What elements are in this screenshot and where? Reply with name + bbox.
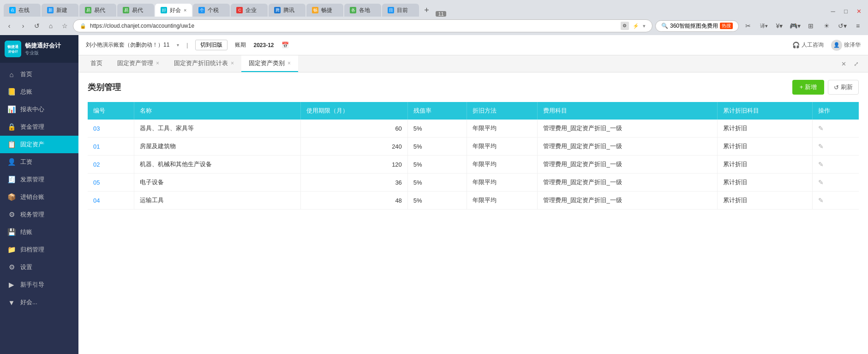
browser-tab-6[interactable]: 个 个税 [193,4,230,17]
table-header-row: 编号 名称 使用期限（月） 残值率 折旧方法 费用科目 累计折旧科目 操作 [88,102,859,120]
boost-icon[interactable]: ⚡ [633,23,639,29]
scissors-icon[interactable]: ✂ [742,19,754,32]
row1-edit-button[interactable]: ✎ [818,125,824,132]
sidebar-item-archive[interactable]: 📁 归档管理 [0,241,78,258]
tab-panel-close[interactable]: ✕ [838,60,849,68]
tab-11-label: 目前 [397,6,408,14]
browser-tab-1[interactable]: 在 在线 [4,4,41,17]
browser-tab-10[interactable]: 各 各地 [344,4,381,17]
sidebar-item-general[interactable]: 📒 总账 [0,83,78,101]
new-tab-button[interactable]: + [420,4,433,17]
row3-edit-button[interactable]: ✎ [818,161,824,168]
tab-1-label: 在线 [18,6,30,14]
grid-icon[interactable]: ⊞ [804,19,817,32]
sidebar-item-tax[interactable]: ⚙ 税务管理 [0,206,78,223]
row3-code[interactable]: 02 [88,156,134,174]
tax-icon: ⚙ [7,210,16,219]
settings-icon: ⚙ [7,263,16,271]
user-profile-button[interactable]: 👤 徐泽华 [831,40,861,51]
row4-rate: 5% [407,174,467,192]
tab-fixed-mgmt[interactable]: 固定资产管理 × [110,55,167,72]
translate-icon[interactable]: 译▾ [757,19,770,32]
row5-code[interactable]: 04 [88,192,134,210]
row1-rate: 5% [407,120,467,138]
undo-icon[interactable]: ↺▾ [836,19,849,32]
calendar-icon[interactable]: 📅 [281,42,289,48]
back-button[interactable]: ‹ [4,20,15,31]
table-row: 03 器具、工具、家具等 60 5% 年限平均 管理费用_固定资产折旧_一级 累… [88,120,859,138]
sidebar-item-fund[interactable]: 🔒 资金管理 [0,118,78,136]
sidebar-item-fixed[interactable]: 📋 固定资产 [0,136,78,153]
row5-edit-button[interactable]: ✎ [818,197,824,204]
tab-fixed-mgmt-close[interactable]: × [156,60,159,66]
bookmark-button[interactable]: ☆ [59,20,70,31]
browser-tab-11[interactable]: 目 目前 [382,4,419,17]
maximize-button[interactable]: □ [840,6,851,17]
row4-edit-button[interactable]: ✎ [818,179,824,186]
tab-fixed-cat-label: 固定资产类别 [249,59,285,67]
sidebar-item-settings[interactable]: ⚙ 设置 [0,258,78,276]
browser-tab-5[interactable]: 好 好会 × [155,4,192,17]
user-dropdown-icon[interactable]: ▾ [177,42,179,48]
app-container: 畅捷通 好会计 畅捷通好会计 专业版 ⌂ 首页 📒 总账 📊 报表中心 [0,35,868,354]
search-bar[interactable]: 🔍 360智能抠图免费用 热搜 [655,20,739,32]
tab-fixed-cat[interactable]: 固定资产类别 × [241,55,298,72]
browser-chrome: 在 在线 新 新建 易 易代 易 易代 好 好会 × 个 个税 [0,0,868,35]
sidebar-item-home[interactable]: ⌂ 首页 [0,66,78,83]
tab-home[interactable]: 首页 [83,55,110,72]
browser-tab-3[interactable]: 易 易代 [79,4,116,17]
consult-button[interactable]: 🎧 人工咨询 [792,41,824,49]
tab-7-label: 企业 [245,6,257,14]
sidebar-item-guide[interactable]: ▶ 新手引导 [0,276,78,294]
minimize-button[interactable]: ─ [827,6,838,17]
switch-version-button[interactable]: 切到旧版 [195,40,227,50]
browser-tab-4[interactable]: 易 易代 [117,4,154,17]
browser-tab-8[interactable]: 腾 腾讯 [269,4,305,17]
tab-5-close[interactable]: × [184,7,186,13]
sidebar-item-report[interactable]: 📊 报表中心 [0,101,78,118]
forward-button[interactable]: › [18,20,29,31]
sidebar-item-checkout[interactable]: 💾 结账 [0,223,78,241]
row4-code[interactable]: 05 [88,174,134,192]
expand-address-icon[interactable]: ▾ [643,23,646,29]
user-label: 徐泽华 [844,41,861,49]
fixed-icon: 📋 [7,140,16,149]
sidebar-label-fixed: 固定资产 [20,140,44,149]
browser-tab-7[interactable]: C 企业 [231,4,268,17]
site-settings-icon[interactable]: ⚙ [621,22,629,30]
home-button[interactable]: ⌂ [45,20,56,31]
sidebar-item-invoice[interactable]: 🧾 发票管理 [0,171,78,188]
tab-panel-expand[interactable]: ⤢ [851,60,862,68]
action-buttons: + 新增 ↺ 刷新 [792,80,859,95]
close-window-button[interactable]: ✕ [853,6,864,17]
menu-icon[interactable]: ≡ [851,19,864,32]
sidebar-label-more: 好会... [20,298,37,306]
sidebar-item-inventory[interactable]: 📦 进销台账 [0,188,78,206]
sidebar-label-salary: 工资 [20,158,32,166]
row1-name: 器具、工具、家具等 [134,120,301,138]
brightness-icon[interactable]: ☀ [820,19,833,32]
tab-fixed-cat-close[interactable]: × [287,60,291,66]
game-icon[interactable]: 🎮▾ [789,19,802,32]
row2-edit-button[interactable]: ✎ [818,143,824,150]
browser-tab-2[interactable]: 新 新建 [42,4,78,17]
reload-button[interactable]: ↺ [31,20,42,31]
sidebar-item-salary[interactable]: 👤 工资 [0,153,78,171]
refresh-button[interactable]: ↺ 刷新 [828,80,859,95]
tab-fixed-dep-close[interactable]: × [231,60,234,66]
tab-11-icon: 目 [388,7,394,13]
tab-fixed-mgmt-label: 固定资产管理 [117,59,153,67]
col-acc-dep: 累计折旧科目 [718,102,813,120]
sidebar-label-guide: 新手引导 [20,281,44,289]
add-button[interactable]: + 新增 [792,80,824,95]
address-bar[interactable]: 🔒 https://cloud.chanjet.com/accounting/u… [73,19,652,32]
row2-code[interactable]: 01 [88,138,134,156]
tab-fixed-dep[interactable]: 固定资产折旧统计表 × [167,55,241,72]
wallet-icon[interactable]: ¥▾ [773,19,786,32]
salary-icon: 👤 [7,158,16,166]
search-text: 360智能抠图免费用 [670,22,718,30]
browser-tab-9[interactable]: 畅 畅捷 [306,4,343,17]
sidebar-item-more[interactable]: ▼ 好会... [0,294,78,311]
row1-code[interactable]: 03 [88,120,134,138]
lock-icon: 🔒 [80,23,86,29]
